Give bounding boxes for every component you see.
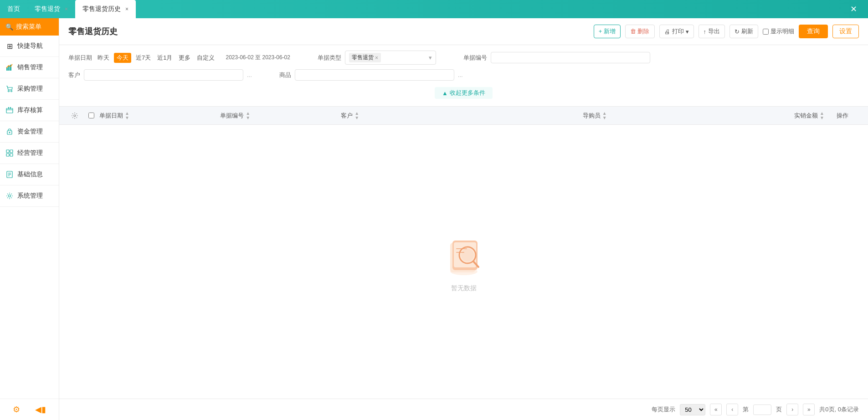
close-window-button[interactable]: ✕: [847, 2, 861, 16]
svg-point-9: [9, 132, 10, 133]
date-sort-icon[interactable]: ▲▼: [125, 111, 129, 120]
sidebar: 🔍 搜索菜单 ⊞ 快捷导航 销售管理: [0, 18, 59, 420]
settings-gear-icon[interactable]: ⚙: [13, 405, 20, 415]
th-check[interactable]: [83, 113, 99, 118]
sidebar-item-finance[interactable]: 资金管理: [0, 121, 59, 143]
purchase-icon: [5, 85, 14, 93]
sidebar-item-quick-nav[interactable]: ⊞ 快捷导航: [0, 36, 59, 57]
order-sort-icon[interactable]: ▲▼: [246, 111, 250, 120]
date-option-more[interactable]: 更多: [177, 53, 192, 63]
filter-customer-label: 客户: [68, 71, 80, 79]
filter-customer-input[interactable]: [84, 69, 243, 81]
sidebar-search[interactable]: 🔍 搜索菜单: [0, 18, 59, 36]
customer-sort-icon[interactable]: ▲▼: [354, 111, 359, 120]
pagination-total: 共0页, 0条记录: [819, 405, 859, 414]
next-page-icon: ›: [791, 406, 793, 413]
query-button[interactable]: 查询: [799, 25, 828, 38]
print-button[interactable]: 🖨 打印 ▾: [659, 25, 694, 38]
sidebar-item-basic-info-label: 基础信息: [17, 170, 43, 179]
svg-rect-12: [6, 154, 9, 156]
filter-customer-ellipsis[interactable]: ...: [247, 72, 252, 78]
th-gear[interactable]: [67, 112, 83, 119]
date-option-custom[interactable]: 自定义: [195, 53, 216, 63]
current-page-input[interactable]: 1: [753, 405, 771, 415]
sidebar-item-system[interactable]: 系统管理: [0, 185, 59, 207]
show-detail-label: 显示明细: [770, 27, 794, 36]
table-container: 单据日期 ▲▼ 单据编号 ▲▼ 客户 ▲▼: [59, 107, 868, 399]
svg-rect-5: [6, 108, 13, 113]
sidebar-item-sales-label: 销售管理: [17, 63, 43, 72]
date-option-7days[interactable]: 近7天: [134, 53, 153, 63]
date-option-1month[interactable]: 近1月: [155, 53, 174, 63]
select-all-checkbox[interactable]: [88, 113, 94, 118]
th-customer[interactable]: 客户 ▲▼: [341, 111, 582, 120]
basic-info-icon: [5, 170, 14, 179]
empty-text: 暂无数据: [451, 284, 477, 292]
page-suffix: 页: [776, 405, 782, 414]
svg-rect-1: [8, 66, 10, 71]
per-page-select[interactable]: 20 50 100: [680, 404, 705, 415]
prev-page-button[interactable]: ‹: [726, 404, 738, 415]
filter-goods-input[interactable]: [295, 69, 454, 81]
tab-home-label: 首页: [7, 5, 20, 13]
date-option-today[interactable]: 今天: [114, 53, 131, 63]
audio-icon[interactable]: ◀▮: [35, 405, 46, 415]
amount-sort-icon[interactable]: ▲▼: [820, 111, 824, 120]
sidebar-item-inventory[interactable]: 库存核算: [0, 100, 59, 121]
filter-row-2: 客户 ... 商品 ...: [68, 69, 859, 81]
date-option-yesterday[interactable]: 昨天: [96, 53, 111, 63]
th-order[interactable]: 单据编号 ▲▼: [220, 111, 341, 120]
page-label: 第: [743, 405, 749, 414]
show-detail-input[interactable]: [763, 29, 769, 35]
filter-order-input[interactable]: [491, 52, 650, 63]
filter-type-label: 单据类型: [318, 54, 341, 62]
filter-order-label: 单据编号: [463, 54, 487, 62]
sales-icon: [5, 63, 14, 72]
filter-type-tag-remove[interactable]: ×: [375, 55, 378, 61]
filter-type-select[interactable]: 零售退货 × ▾: [345, 51, 436, 65]
th-amount-label: 实销金额: [794, 112, 818, 120]
svg-point-25: [461, 249, 474, 261]
filter-date-range: 2023-06-02 至 2023-06-02: [226, 54, 290, 61]
tab-home[interactable]: 首页: [0, 0, 27, 18]
collapse-icon: ▲: [442, 90, 448, 97]
empty-illustration: [441, 231, 487, 277]
settings-button[interactable]: 设置: [832, 25, 859, 38]
add-button[interactable]: + 新增: [594, 25, 621, 38]
sidebar-item-system-label: 系统管理: [17, 192, 43, 200]
filter-goods-ellipsis[interactable]: ...: [458, 72, 463, 78]
th-date[interactable]: 单据日期 ▲▼: [99, 111, 220, 120]
filter-collapse-button[interactable]: ▲ 收起更多条件: [435, 87, 493, 99]
quick-nav-icon: ⊞: [5, 42, 14, 50]
sidebar-item-basic-info[interactable]: 基础信息: [0, 164, 59, 185]
tab-retail-return-history-close[interactable]: ×: [125, 6, 128, 12]
svg-point-4: [11, 91, 12, 92]
print-dropdown-icon: ▾: [686, 28, 689, 35]
collapse-label: 收起更多条件: [450, 89, 485, 97]
tab-retail-return-history-label: 零售退货历史: [82, 5, 121, 13]
th-amount[interactable]: 实销金额 ▲▼: [704, 111, 824, 120]
delete-button[interactable]: 🗑 删除: [625, 25, 655, 38]
last-page-button[interactable]: »: [803, 404, 815, 415]
th-guide[interactable]: 导购员 ▲▼: [583, 111, 704, 120]
sidebar-item-inventory-label: 库存核算: [17, 106, 43, 114]
guide-sort-icon[interactable]: ▲▼: [602, 111, 607, 120]
export-button[interactable]: ↑ 导出: [699, 25, 725, 38]
main-layout: 🔍 搜索菜单 ⊞ 快捷导航 销售管理: [0, 18, 868, 420]
tab-retail-return-history[interactable]: 零售退货历史 ×: [75, 0, 136, 18]
first-page-button[interactable]: «: [710, 404, 722, 415]
svg-rect-7: [10, 107, 11, 109]
sidebar-item-sales[interactable]: 销售管理: [0, 57, 59, 78]
page-title: 零售退货历史: [68, 26, 118, 37]
show-detail-checkbox[interactable]: 显示明细: [763, 27, 794, 36]
sidebar-item-purchase[interactable]: 采购管理: [0, 78, 59, 100]
svg-point-18: [9, 195, 11, 197]
tab-retail-return-close[interactable]: ×: [65, 6, 68, 12]
next-page-button[interactable]: ›: [786, 404, 798, 415]
header-actions: + 新增 🗑 删除 🖨 打印 ▾ ↑ 导出 ↻ 刷新 显示明细: [594, 25, 859, 38]
refresh-button[interactable]: ↻ 刷新: [729, 25, 758, 38]
th-ops: 操作: [824, 112, 861, 120]
tab-retail-return[interactable]: 零售退货 ×: [27, 0, 75, 18]
sidebar-item-operations[interactable]: 经营管理: [0, 143, 59, 164]
th-guide-label: 导购员: [583, 112, 601, 120]
